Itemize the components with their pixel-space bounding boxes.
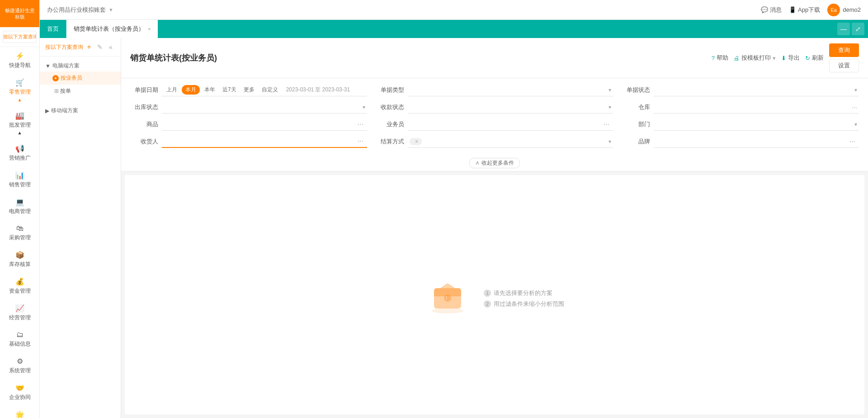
sidebar-item-system[interactable]: ⚙ 系统管理	[0, 352, 39, 379]
sidebar-item-sales[interactable]: 📊 销售管理	[0, 166, 39, 193]
goods-filter: 商品 ···	[130, 118, 367, 131]
user-name: demo2	[843, 6, 861, 13]
collapse-more-btn[interactable]: ∧ 收起更多条件	[469, 158, 519, 168]
tab-active[interactable]: 销货单统计表（按业务员） ×	[66, 20, 158, 38]
sidebar-item-label: 基础信息	[9, 340, 31, 348]
sidebar-item-quick-nav[interactable]: ⚡ 快捷导航	[0, 47, 39, 74]
system-icon: ⚙	[17, 357, 23, 366]
date-tab-7days[interactable]: 近7天	[220, 85, 239, 95]
order-status-control[interactable]: ▾	[654, 84, 859, 96]
pay-status-control[interactable]: ▾	[408, 101, 613, 114]
sidebar-item-retail[interactable]: 🛒 零售管理 ▲	[0, 74, 39, 107]
settlement-control[interactable]: × ▾	[408, 135, 613, 148]
settlement-tag-close[interactable]: ×	[415, 138, 418, 145]
sidebar-item-purchase[interactable]: 🛍 采购管理	[0, 220, 39, 246]
sidebar-item-basic[interactable]: 🗂 基础信息	[0, 326, 39, 352]
app-logo[interactable]: 畅捷通好生意 标版	[0, 0, 40, 27]
help-btn[interactable]: ? 帮助	[712, 54, 728, 62]
tab-collapse-btn[interactable]: —	[837, 23, 850, 35]
tab-close-icon[interactable]: ×	[148, 26, 151, 32]
brand-control[interactable]: ···	[654, 135, 859, 148]
collapse-panel-btn[interactable]: «	[106, 43, 115, 52]
settlement-tag: ×	[410, 138, 422, 145]
order-type-control[interactable]: ▾	[408, 84, 613, 96]
out-status-label: 出库状态	[130, 103, 162, 111]
sidebar-item-label: 批发管理	[9, 121, 31, 129]
goods-dots[interactable]: ···	[356, 120, 365, 128]
date-tab-this-month[interactable]: 本月	[182, 85, 200, 95]
active-scheme-dot: ●	[52, 75, 59, 81]
tab-home[interactable]: 首页	[40, 20, 66, 38]
print-btn[interactable]: 🖨 按模板打印 ▾	[734, 54, 776, 62]
brand-dots[interactable]: ···	[848, 138, 857, 146]
right-content: 销货单统计表(按业务员) ? 帮助 🖨 按模板打印 ▾ ⬇	[121, 38, 868, 418]
setting-button[interactable]: 设置	[829, 59, 859, 72]
page-header: 销货单统计表(按业务员) ? 帮助 🖨 按模板打印 ▾ ⬇	[121, 38, 868, 78]
inventory-icon: 📦	[15, 251, 24, 259]
sidebar-item-finance[interactable]: 💰 资金管理	[0, 273, 39, 299]
date-range-display: 2023-03-01 至 2023-03-31	[286, 86, 350, 94]
sidebar: 畅捷通好生意 标版 按以下方案查询 ⚡ 快捷导航 🛒 零售管理 ▲ 🏭 批发管理…	[0, 0, 40, 418]
mobile-section-header[interactable]: ▶ 移动端方案	[40, 105, 121, 116]
sidebar-item-ecommerce[interactable]: 💻 电商管理	[0, 193, 39, 220]
sidebar-item-guide[interactable]: 🌟 新手引导	[0, 406, 39, 418]
date-tab-last-month[interactable]: 上月	[164, 85, 180, 95]
salesman-dots[interactable]: ···	[602, 120, 611, 128]
date-tab-custom[interactable]: 自定义	[259, 85, 281, 95]
consignee-dots[interactable]: ···	[356, 137, 365, 145]
date-tabs: 上月 本月 本年 近7天 更多 自定义 2023-03-01 至 2023-03…	[164, 85, 365, 95]
dept-control[interactable]: ▾	[654, 118, 859, 131]
desktop-section-header[interactable]: ▼ 电脑端方案	[40, 60, 121, 71]
refresh-btn[interactable]: ↻ 刷新	[805, 54, 824, 62]
consignee-label: 收货人	[130, 138, 162, 146]
empty-hints: 1 请先选择要分析的方案 2 用过滤条件来缩小分析范围	[484, 289, 564, 308]
sidebar-item-label: 营销推广	[9, 154, 31, 162]
scheme-salesman[interactable]: ● 按业务员	[40, 71, 121, 85]
sidebar-item-enterprise[interactable]: 🤝 企业协同	[0, 379, 39, 406]
sidebar-search-area: 按以下方案查询	[0, 27, 39, 47]
out-status-control[interactable]: ▾	[162, 101, 367, 114]
warehouse-control[interactable]: ···	[654, 101, 859, 114]
sidebar-item-wholesale[interactable]: 🏭 批发管理 ▲	[0, 107, 39, 140]
date-tab-this-year[interactable]: 本年	[202, 85, 218, 95]
date-label: 单据日期	[130, 86, 162, 94]
salesman-control[interactable]: ···	[408, 118, 613, 131]
warehouse-dots[interactable]: ···	[852, 104, 857, 111]
purchase-icon: 🛍	[16, 224, 24, 233]
marketing-icon: 📢	[15, 144, 24, 153]
date-tab-more[interactable]: 更多	[241, 85, 257, 95]
sidebar-item-label: 企业协同	[9, 394, 31, 401]
left-panel-header: 按以下方案查询 + ✎ «	[40, 38, 121, 57]
page-title-row: 销货单统计表(按业务员) ? 帮助 🖨 按模板打印 ▾ ⬇	[130, 43, 859, 72]
print-icon: 🖨	[734, 55, 740, 62]
order-type-label: 单据类型	[376, 86, 408, 94]
edit-scheme-btn[interactable]: ✎	[95, 43, 104, 52]
guide-icon: 🌟	[15, 410, 24, 418]
scheme-order[interactable]: ⊞ 按单	[40, 85, 121, 98]
warehouse-label: 仓库	[622, 103, 654, 111]
sidebar-item-operations[interactable]: 📈 经营管理	[0, 299, 39, 326]
svg-point-4	[444, 294, 451, 302]
export-btn[interactable]: ⬇ 导出	[781, 54, 800, 62]
svg-text:!: !	[446, 296, 447, 301]
goods-control[interactable]: ···	[162, 118, 367, 131]
action-buttons: 查询 设置	[829, 43, 859, 72]
tab-expand-btn[interactable]: ⤢	[852, 23, 864, 35]
sidebar-item-label: 库存核算	[9, 261, 31, 268]
sales-icon: 📊	[15, 171, 24, 180]
warehouse-filter: 仓库 ···	[622, 101, 859, 114]
hint-text-2: 用过滤条件来缩小分析范围	[494, 300, 564, 308]
pay-status-filter: 收款状态 ▾	[376, 101, 613, 114]
sidebar-item-marketing[interactable]: 📢 营销推广	[0, 140, 39, 166]
consignee-control[interactable]: ···	[162, 135, 367, 148]
pay-status-label: 收款状态	[376, 103, 408, 111]
user-menu[interactable]: Ea demo2	[827, 4, 861, 16]
export-icon: ⬇	[781, 55, 786, 62]
sidebar-item-inventory[interactable]: 📦 库存核算	[0, 246, 39, 273]
app-download-btn[interactable]: 📱 App下载	[789, 6, 820, 14]
message-btn[interactable]: 💬 消息	[761, 6, 782, 14]
search-menu-button[interactable]: 按以下方案查询	[3, 31, 37, 43]
add-scheme-btn[interactable]: +	[85, 43, 94, 52]
salesman-filter: 业务员 ···	[376, 118, 613, 131]
query-button[interactable]: 查询	[829, 43, 859, 57]
